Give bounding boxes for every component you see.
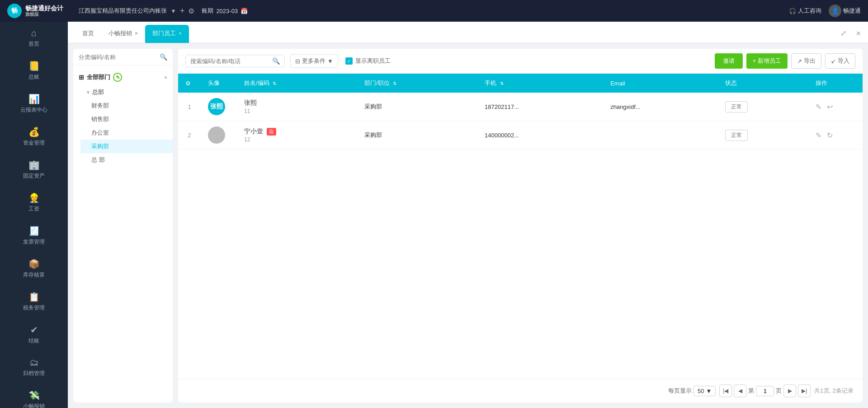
reports-icon: 📊	[28, 94, 40, 104]
sidebar-item-payroll[interactable]: 👷 工资	[0, 186, 68, 219]
sidebar-item-label: 云报表中心	[20, 106, 47, 114]
more-icon[interactable]: ↩	[827, 103, 833, 111]
tab-employees[interactable]: 部门员工 ×	[145, 25, 189, 43]
export-button[interactable]: ↗ 导出	[791, 53, 821, 69]
page-last-button[interactable]: ▶|	[798, 385, 811, 397]
col-settings[interactable]: ⚙	[178, 74, 201, 93]
page-size-value: 50	[698, 388, 704, 394]
export-icon: ↗	[797, 58, 802, 65]
dept-item-sales-label: 销售部	[91, 116, 109, 122]
sidebar-item-home[interactable]: ⌂ 首页	[0, 22, 68, 54]
calendar-icon[interactable]: 📅	[241, 8, 248, 14]
tab-employees-close[interactable]: ×	[179, 30, 182, 37]
sidebar-item-label: 发票管理	[23, 238, 45, 246]
dept-search: 🔍	[73, 49, 173, 66]
company-dropdown-arrow[interactable]: ▼	[170, 8, 176, 14]
filter-button[interactable]: ⊟ 更多条件 ▼	[290, 54, 338, 68]
dept-all-button[interactable]: ⊞ 全部部门 ✎ «	[73, 69, 173, 85]
checkout-icon: ✔	[30, 324, 38, 335]
status-cell: 正常	[718, 93, 808, 121]
inventory-icon: 📦	[28, 258, 40, 269]
main-layout: ⌂ 首页 📒 总账 📊 云报表中心 💰 资金管理 🏢 固定资产 👷 工资 🧾 发…	[0, 22, 868, 408]
service-button[interactable]: 🎧 人工咨询	[789, 7, 821, 15]
expand-icon[interactable]: ⤢	[840, 29, 846, 38]
page-input[interactable]	[756, 386, 774, 396]
sidebar-item-ledger[interactable]: 📒 总账	[0, 54, 68, 87]
logo-text: 畅捷通好会计 旗舰版	[25, 5, 63, 18]
sidebar-item-reports[interactable]: 📊 云报表中心	[0, 87, 68, 120]
page-size-dropdown[interactable]: 50 ▼	[693, 386, 716, 396]
tab-home[interactable]: 首页	[75, 25, 101, 43]
company-selector[interactable]: 江西服宝精品有限责任公司内账张 ▼	[79, 7, 176, 15]
invoice-icon: 🧾	[28, 225, 40, 236]
sidebar-item-checkout[interactable]: ✔ 结账	[0, 318, 68, 351]
sidebar-item-tax[interactable]: 📋 税务管理	[0, 285, 68, 318]
close-tab-icon[interactable]: ×	[856, 28, 861, 38]
avatar: 张熙	[208, 98, 225, 115]
sidebar-item-label: 库存核算	[23, 271, 45, 279]
col-dept-position[interactable]: 部门/职位 ⇅	[357, 74, 477, 93]
status-badge: 正常	[725, 130, 748, 141]
tab-expense[interactable]: 小畅报销 ×	[101, 25, 145, 43]
sidebar-item-invoice[interactable]: 🧾 发票管理	[0, 219, 68, 252]
sidebar-item-fixed-assets[interactable]: 🏢 固定资产	[0, 153, 68, 186]
logo: 畅 畅捷通好会计 旗舰版	[7, 4, 75, 18]
filter-arrow-icon: ▼	[327, 58, 333, 65]
dept-item-general[interactable]: 总 部	[80, 153, 173, 167]
page-navigation: |◀ ◀ 第 页 ▶ ▶|	[719, 385, 811, 397]
dept-item-office[interactable]: 办公室	[80, 126, 173, 140]
email-cell	[603, 121, 718, 150]
avatar-cell	[201, 121, 237, 150]
action-icons: ✎ ↻	[816, 131, 855, 140]
avatar: 👤	[829, 5, 841, 17]
sidebar-item-expense[interactable]: 💸 小畅报销	[0, 384, 68, 408]
page-first-button[interactable]: |◀	[719, 385, 732, 397]
settings-icon[interactable]: ⚙	[188, 7, 194, 15]
user-name: 畅捷通	[843, 7, 861, 15]
import-button[interactable]: ↙ 导入	[825, 53, 855, 69]
col-name-code[interactable]: 姓名/编码 ⇅	[237, 74, 357, 93]
sidebar-item-label: 小畅报销	[23, 403, 45, 408]
filter-label: 更多条件	[302, 57, 326, 65]
invite-button[interactable]: 邀请	[715, 53, 743, 69]
sidebar-item-capital[interactable]: 💰 资金管理	[0, 120, 68, 153]
sidebar-item-label: 税务管理	[23, 304, 45, 312]
employee-search-input[interactable]	[190, 58, 269, 65]
add-employee-button[interactable]: + 新增员工	[746, 53, 788, 69]
user-menu[interactable]: 👤 畅捷通	[829, 5, 861, 17]
col-phone[interactable]: 手机 ⇅	[477, 74, 603, 93]
dept-edit-button[interactable]: ✎	[113, 73, 122, 82]
dept-item-sales[interactable]: 销售部	[80, 113, 173, 126]
row-number: 2	[178, 121, 201, 150]
add-company-button[interactable]: +	[180, 6, 185, 16]
home-icon: ⌂	[31, 28, 37, 38]
logo-icon: 畅	[7, 4, 22, 18]
show-resigned-toggle[interactable]: ✓ 显示离职员工	[345, 57, 391, 65]
edit-icon[interactable]: ✎	[816, 131, 821, 140]
fixed-assets-icon: 🏢	[28, 159, 40, 170]
sort-name-icon: ⇅	[273, 81, 276, 86]
dept-search-input[interactable]	[79, 54, 160, 61]
sidebar-item-archive[interactable]: 🗂 归档管理	[0, 351, 68, 384]
phone-cell: 187202117...	[477, 93, 603, 121]
edit-icon[interactable]: ✎	[816, 103, 821, 111]
dept-item-finance[interactable]: 财务部	[80, 99, 173, 113]
tab-expense-label: 小畅报销	[108, 29, 132, 38]
dept-search-icon[interactable]: 🔍	[160, 53, 167, 61]
expense-icon: 💸	[28, 390, 40, 401]
sidebar-item-label: 首页	[28, 40, 39, 48]
dept-item-purchase[interactable]: 采购部	[80, 140, 173, 153]
page-next-button[interactable]: ▶	[783, 385, 796, 397]
employee-name: 张熙	[244, 99, 350, 107]
show-resigned-checkbox[interactable]: ✓	[345, 57, 353, 65]
sidebar-item-inventory[interactable]: 📦 库存核算	[0, 252, 68, 285]
export-label: 导出	[804, 57, 816, 65]
search-icon[interactable]: 🔍	[272, 57, 280, 65]
tab-expense-close[interactable]: ×	[135, 30, 138, 37]
dept-section-general[interactable]: ▼ 总部	[80, 85, 173, 99]
status-badge: 正常	[725, 101, 748, 113]
topbar: 畅 畅捷通好会计 旗舰版 江西服宝精品有限责任公司内账张 ▼ + ⚙ 账期 20…	[0, 0, 868, 22]
more-icon[interactable]: ↻	[827, 131, 833, 140]
page-prev-button[interactable]: ◀	[734, 385, 746, 397]
dept-collapse-button[interactable]: «	[164, 74, 167, 80]
